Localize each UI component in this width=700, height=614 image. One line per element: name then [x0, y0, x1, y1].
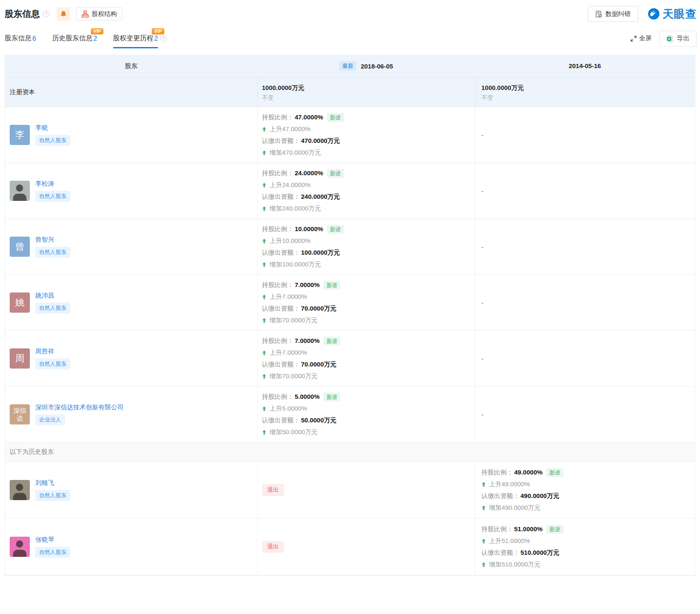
ratio-value: 7.0000%	[295, 335, 320, 347]
amount-label: 认缴出资额：	[262, 191, 300, 203]
amount-label: 认缴出资额：	[481, 547, 519, 559]
capital-value: 1000.0000万元	[262, 83, 475, 93]
tab-equity-change-history[interactable]: 股权变更历程2 VIP ?	[113, 29, 167, 48]
export-button[interactable]: 导出	[659, 31, 697, 47]
arrow-up-icon	[262, 318, 267, 323]
avatar[interactable]: 姚	[10, 293, 30, 313]
photo-silhouette	[16, 184, 23, 192]
shareholder-type-badge: 自然人股东	[35, 490, 70, 501]
new-entry-badge: 新进	[327, 113, 344, 122]
ratio-change: 上升10.0000%	[269, 235, 311, 247]
ratio-value: 47.0000%	[295, 111, 323, 123]
amount-value: 50.0000万元	[301, 414, 336, 426]
holding-details: 持股比例：49.0000%新进 上升49.0000% 认缴出资额：490.000…	[481, 466, 563, 514]
holding-details: 持股比例：24.0000%新进 上升24.0000% 认缴出资额：240.000…	[262, 167, 344, 214]
holding-details: 持股比例：7.0000%新进 上升7.0000% 认缴出资额：70.0000万元…	[262, 279, 340, 326]
amount-value: 240.0000万元	[301, 191, 340, 203]
registered-capital-old: 1000.0000万元 不变	[475, 78, 695, 107]
table-row: 李 李晓 自然人股东 持股比例：47.0000%新进 上升47.0000% 认缴…	[5, 107, 695, 163]
shareholder-type-badge: 自然人股东	[35, 303, 70, 314]
holding-details: 持股比例：51.0000%新进 上升51.0000% 认缴出资额：510.000…	[481, 523, 563, 570]
ratio-value: 24.0000%	[295, 167, 323, 179]
fullscreen-button[interactable]: 全屏	[630, 34, 652, 42]
new-entry-badge: 新进	[327, 225, 344, 234]
subscribe-bell-button[interactable]	[57, 7, 70, 21]
vip-badge: VIP	[152, 28, 164, 34]
shareholder-type-badge: 自然人股东	[35, 547, 70, 558]
avatar-photo[interactable]	[10, 480, 30, 500]
amount-label: 认缴出资额：	[481, 490, 519, 502]
new-entry-badge: 新进	[323, 281, 340, 290]
table-header-row: 股东 最新 2018-06-05 2014-05-16	[5, 55, 695, 78]
help-icon[interactable]: ?	[43, 11, 50, 17]
data-correction-button[interactable]: 数据纠错	[588, 6, 638, 22]
tab-count: 6	[32, 35, 36, 42]
excel-file-icon	[666, 35, 674, 42]
expand-arrows-icon	[630, 35, 637, 42]
shareholder-name-link[interactable]: 姚沛昌	[35, 292, 54, 300]
arrow-up-icon	[262, 239, 267, 243]
exit-badge: 退出	[262, 484, 284, 496]
arrow-up-icon	[262, 295, 267, 299]
amount-value: 70.0000万元	[301, 358, 336, 370]
avatar[interactable]: 李	[10, 125, 30, 145]
photo-silhouette	[16, 484, 23, 491]
capital-change: 不变	[262, 93, 475, 102]
amount-value: 100.0000万元	[301, 247, 340, 258]
table-row: 深信达 深圳市深信达技术创新有限公司 企业法人 持股比例：5.0000%新进 上…	[5, 387, 695, 443]
ratio-value: 10.0000%	[295, 223, 323, 235]
col-header-date-old: 2014-05-16	[475, 62, 695, 70]
tab-shareholder-info[interactable]: 股东信息6	[5, 29, 36, 48]
avatar-photo[interactable]	[10, 181, 30, 201]
shareholder-name-link[interactable]: 刘顺飞	[35, 479, 54, 487]
ratio-label: 持股比例：	[262, 335, 293, 347]
avatar[interactable]: 深信达	[10, 404, 30, 424]
shareholder-name-link[interactable]: 李晓	[35, 124, 48, 132]
table-row-history: 张晓琴 自然人股东 退出 持股比例：51.0000%新进 上升51.0000% …	[5, 519, 695, 575]
amount-label: 认缴出资额：	[262, 247, 300, 258]
shareholder-name-link[interactable]: 曾智兴	[35, 236, 54, 244]
data-correction-label: 数据纠错	[605, 10, 631, 18]
ratio-label: 持股比例：	[262, 111, 293, 123]
arrow-up-icon	[481, 506, 486, 510]
shareholder-type-badge: 自然人股东	[35, 247, 70, 258]
arrow-up-icon	[262, 374, 267, 379]
exit-badge: 退出	[262, 541, 284, 553]
new-entry-badge: 新进	[547, 468, 563, 477]
ratio-change: 上升47.0000%	[269, 123, 311, 135]
avatar-letter: 深信达	[11, 407, 28, 422]
amount-value: 470.0000万元	[301, 135, 340, 147]
avatar[interactable]: 周	[10, 348, 30, 369]
share-structure-label: 股权结构	[92, 10, 117, 18]
amount-change: 增加470.0000万元	[269, 147, 321, 158]
avatar[interactable]: 曾	[10, 237, 30, 257]
empty-dash: -	[481, 187, 483, 195]
share-structure-button[interactable]: 股权结构	[76, 7, 122, 21]
shareholder-name-link[interactable]: 周胜祥	[35, 348, 54, 356]
shareholder-name-link[interactable]: 李松涛	[35, 180, 54, 188]
amount-value: 510.0000万元	[520, 547, 560, 559]
ratio-label: 持股比例：	[262, 167, 293, 179]
table-row: 姚 姚沛昌 自然人股东 持股比例：7.0000%新进 上升7.0000% 认缴出…	[5, 275, 695, 331]
shareholder-name-link[interactable]: 张晓琴	[35, 536, 54, 544]
tab-history-shareholders[interactable]: 历史股东信息2 VIP	[52, 29, 97, 48]
shareholder-type-badge: 自然人股东	[35, 135, 70, 146]
tabs: 股东信息6 历史股东信息2 VIP 股权变更历程2 VIP ?	[5, 29, 167, 48]
tianyancha-logo[interactable]: 天眼查	[647, 7, 697, 21]
vip-badge: VIP	[91, 28, 103, 34]
empty-dash: -	[481, 132, 483, 139]
date-2018: 2018-06-05	[361, 63, 393, 70]
arrow-up-icon	[262, 430, 267, 435]
shareholder-name-link[interactable]: 深圳市深信达技术创新有限公司	[35, 403, 124, 411]
empty-dash: -	[481, 299, 483, 306]
new-entry-badge: 新进	[327, 169, 344, 178]
tab-label: 历史股东信息	[52, 34, 92, 43]
holding-details: 持股比例：7.0000%新进 上升7.0000% 认缴出资额：70.0000万元…	[262, 335, 340, 382]
ratio-label: 持股比例：	[262, 279, 293, 291]
avatar-photo[interactable]	[10, 537, 30, 557]
help-icon[interactable]: ?	[160, 35, 167, 42]
arrow-up-icon	[262, 183, 267, 187]
tab-label: 股东信息	[5, 34, 32, 43]
table-row: 李松涛 自然人股东 持股比例：24.0000%新进 上升24.0000% 认缴出…	[5, 163, 695, 219]
arrow-up-icon	[262, 206, 267, 211]
